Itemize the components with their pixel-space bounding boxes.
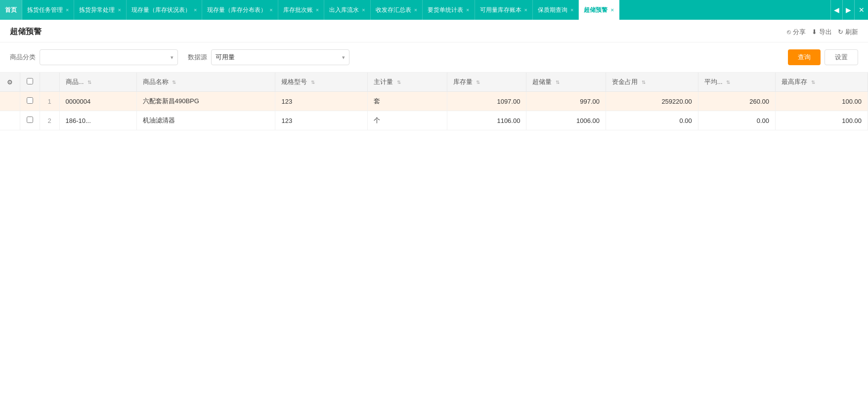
- nav-tab-available-close[interactable]: ×: [524, 7, 527, 13]
- col-unit-label: 主计量: [374, 78, 393, 85]
- col-stock-label: 库存量: [453, 78, 473, 85]
- col-avg-label: 平均...: [704, 78, 723, 85]
- col-unit[interactable]: 主计量 ⇅: [368, 73, 447, 92]
- category-select[interactable]: ▾: [40, 49, 178, 65]
- datasource-select[interactable]: 可用量 ▾: [211, 49, 349, 65]
- col-capital[interactable]: 资金占用 ⇅: [606, 73, 698, 92]
- nav-tab-batch[interactable]: 库存批次账 ×: [278, 0, 324, 20]
- nav-tab-inout-label: 出入库流水: [329, 6, 359, 14]
- col-code[interactable]: 商品... ⇅: [59, 73, 136, 92]
- datasource-value: 可用量: [216, 53, 235, 62]
- nav-tab-batch-label: 库存批次账: [283, 6, 313, 14]
- header-actions: ⎋ 分享 ⬇ 导出 ↻ 刷新: [787, 28, 858, 37]
- col-unit-sort-icon: ⇅: [397, 79, 401, 85]
- row2-unit: 个: [368, 111, 447, 130]
- table-container: ⚙ 商品... ⇅ 商品名称 ⇅ 规格型号: [0, 73, 868, 130]
- share-icon: ⎋: [787, 28, 791, 36]
- share-label: 分享: [793, 28, 806, 37]
- col-checkbox: [20, 73, 40, 92]
- col-capital-label: 资金占用: [612, 78, 638, 85]
- row2-max: 100.00: [776, 111, 868, 130]
- nav-tab-stock-status-close[interactable]: ×: [194, 7, 197, 13]
- datasource-chevron-icon: ▾: [342, 54, 345, 61]
- nav-tab-inout-close[interactable]: ×: [362, 7, 365, 13]
- share-button[interactable]: ⎋ 分享: [787, 28, 806, 37]
- col-spec[interactable]: 规格型号 ⇅: [275, 73, 368, 92]
- row1-capital: 259220.00: [606, 92, 698, 111]
- data-table: ⚙ 商品... ⇅ 商品名称 ⇅ 规格型号: [0, 73, 868, 130]
- nav-tab-order-stat-label: 要货单统计表: [428, 6, 463, 14]
- nav-tab-overstock[interactable]: 超储预警 ×: [579, 0, 619, 20]
- col-max-sort-icon: ⇅: [811, 79, 815, 85]
- table-body: 1 0000004 六配套新昌490BPG 123 套 1097.00 997.…: [0, 92, 868, 130]
- nav-tab-order-stat[interactable]: 要货单统计表 ×: [423, 0, 475, 20]
- nav-tab-stock-dist-label: 现存量（库存分布表）: [207, 6, 266, 14]
- nav-arrow-left[interactable]: ◀: [830, 0, 842, 20]
- row2-checkbox[interactable]: [27, 117, 33, 123]
- settings-button[interactable]: 设置: [825, 49, 858, 65]
- col-spec-sort-icon: ⇅: [311, 79, 315, 85]
- col-avg-sort-icon: ⇅: [726, 79, 730, 85]
- col-name[interactable]: 商品名称 ⇅: [136, 73, 275, 92]
- row1-code: 0000004: [59, 92, 136, 111]
- col-over-label: 超储量: [532, 78, 552, 85]
- nav-tab-order-stat-close[interactable]: ×: [466, 7, 469, 13]
- col-over-sort-icon: ⇅: [556, 79, 560, 85]
- col-code-sort-icon: ⇅: [87, 79, 91, 85]
- row2-stock: 1106.00: [447, 111, 526, 130]
- nav-tab-collect[interactable]: 收发存汇总表 ×: [371, 0, 423, 20]
- nav-tab-abnormal-close[interactable]: ×: [118, 7, 121, 13]
- nav-tab-quality-close[interactable]: ×: [570, 7, 573, 13]
- nav-tab-available[interactable]: 可用量库存账本 ×: [475, 0, 533, 20]
- nav-close-all-button[interactable]: ✕: [854, 0, 868, 20]
- col-over[interactable]: 超储量 ⇅: [526, 73, 606, 92]
- row2-num: 2: [40, 111, 59, 130]
- export-button[interactable]: ⬇ 导出: [812, 28, 832, 37]
- nav-tab-inout[interactable]: 出入库流水 ×: [324, 0, 370, 20]
- nav-tab-quality[interactable]: 保质期查询 ×: [533, 0, 579, 20]
- nav-tab-task-label: 拣货任务管理: [27, 6, 63, 14]
- nav-tab-available-label: 可用量库存账本: [480, 6, 521, 14]
- row1-stock: 1097.00: [447, 92, 526, 111]
- row1-over: 997.00: [526, 92, 606, 111]
- refresh-button[interactable]: ↻ 刷新: [838, 28, 858, 37]
- row1-unit: 套: [368, 92, 447, 111]
- nav-tab-task[interactable]: 拣货任务管理 ×: [22, 0, 74, 20]
- nav-tab-stock-dist[interactable]: 现存量（库存分布表） ×: [202, 0, 278, 20]
- page-content: 超储预警 ⎋ 分享 ⬇ 导出 ↻ 刷新 商品分类 ▾ 数据源: [0, 20, 868, 395]
- export-label: 导出: [819, 28, 832, 37]
- nav-arrow-right[interactable]: ▶: [842, 0, 854, 20]
- col-settings[interactable]: ⚙: [0, 73, 20, 92]
- col-stock[interactable]: 库存量 ⇅: [447, 73, 526, 92]
- row1-num: 1: [40, 92, 59, 111]
- nav-tab-abnormal-label: 拣货异常处理: [79, 6, 115, 14]
- nav-tab-abnormal[interactable]: 拣货异常处理 ×: [74, 0, 126, 20]
- nav-tab-stock-dist-close[interactable]: ×: [269, 7, 272, 13]
- nav-tab-collect-close[interactable]: ×: [414, 7, 417, 13]
- col-code-label: 商品...: [66, 78, 84, 85]
- row2-over: 1006.00: [526, 111, 606, 130]
- nav-tab-batch-close[interactable]: ×: [316, 7, 319, 13]
- row2-checkbox-cell: [20, 111, 40, 130]
- col-avg[interactable]: 平均... ⇅: [698, 73, 775, 92]
- nav-tab-stock-status[interactable]: 现存量（库存状况表） ×: [127, 0, 202, 20]
- row2-avg: 0.00: [698, 111, 775, 130]
- settings-icon: ⚙: [7, 79, 13, 86]
- page-header: 超储预警 ⎋ 分享 ⬇ 导出 ↻ 刷新: [0, 20, 868, 42]
- col-capital-sort-icon: ⇅: [642, 79, 646, 85]
- col-spec-label: 规格型号: [281, 78, 307, 85]
- row1-checkbox[interactable]: [27, 97, 33, 104]
- category-filter-group: 商品分类 ▾: [10, 49, 178, 65]
- nav-tab-overstock-close[interactable]: ×: [610, 7, 613, 13]
- query-button[interactable]: 查询: [788, 49, 821, 65]
- refresh-icon: ↻: [838, 28, 843, 36]
- select-all-checkbox[interactable]: [27, 78, 33, 84]
- row1-avg: 260.00: [698, 92, 775, 111]
- row2-spec: 123: [275, 111, 368, 130]
- nav-tab-overstock-label: 超储预警: [584, 6, 608, 14]
- table-row: 1 0000004 六配套新昌490BPG 123 套 1097.00 997.…: [0, 92, 868, 111]
- col-max[interactable]: 最高库存 ⇅: [776, 73, 868, 92]
- nav-tab-task-close[interactable]: ×: [66, 7, 69, 13]
- table-row: 2 186-10... 机油滤清器 123 个 1106.00 1006.00 …: [0, 111, 868, 130]
- nav-tab-home[interactable]: 首页: [0, 0, 22, 20]
